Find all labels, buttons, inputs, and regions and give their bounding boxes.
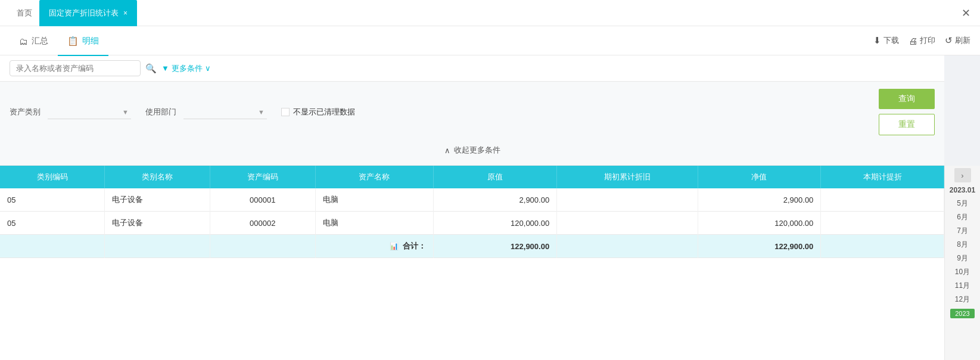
asset-category-field: 资产类别 ▼ [10, 105, 131, 119]
col-header-initial-depreciation: 期初累计折旧 [557, 166, 698, 188]
cell-category-code: 05 [0, 212, 105, 235]
total-row: 📊 合计： 122,900.00 122,900.00 [0, 235, 944, 258]
department-field: 使用部门 ▼ [145, 105, 267, 119]
department-label: 使用部门 [145, 107, 179, 117]
col-header-asset-name: 资产名称 [315, 166, 434, 188]
total-original-value: 122,900.00 [434, 235, 557, 258]
asset-category-select-wrapper: ▼ [48, 105, 131, 119]
detail-icon: 📋 [67, 36, 79, 46]
cell-net-value: 120,000.00 [698, 212, 821, 235]
print-icon: 🖨 [909, 36, 917, 46]
cell-asset-code: 000002 [210, 212, 315, 235]
data-table: 类别编码 类别名称 资产编码 资产名称 原值 期初累计折旧 净值 本期计提折 0… [0, 166, 944, 258]
more-filter-label: 更多条件 [172, 63, 203, 74]
main-container: 🗂 汇总 📋 明细 ⬇ 下载 🖨 打印 ↺ 刷新 🔍 [0, 26, 980, 360]
tab-summary-label: 汇总 [32, 36, 48, 46]
collapse-icon: ∧ [444, 146, 450, 155]
asset-category-select[interactable] [48, 105, 131, 119]
filter-area: 资产类别 ▼ 使用部门 ▼ [0, 82, 944, 166]
collapse-row: ∧ 收起更多条件 [10, 142, 935, 158]
right-panel-month-9[interactable]: 9月 [945, 252, 980, 265]
department-select-wrapper: ▼ [183, 105, 267, 119]
download-icon: ⬇ [873, 35, 881, 46]
col-header-current-depreciation: 本期计提折 [821, 166, 944, 188]
search-input[interactable] [10, 60, 141, 76]
active-tab-label: 固定资产折旧统计表 [49, 8, 119, 18]
table-row: 05 电子设备 000001 电脑 2,900.00 2,900.00 [0, 188, 944, 212]
col-header-category-name: 类别名称 [105, 166, 210, 188]
table-row: 05 电子设备 000002 电脑 120,000.00 120,000.00 [0, 212, 944, 235]
right-panel: › 2023.01 5月 6月 7月 8月 9月 10月 11月 12月 202… [944, 166, 980, 360]
table-wrapper: 类别编码 类别名称 资产编码 资产名称 原值 期初累计折旧 净值 本期计提折 0… [0, 166, 944, 360]
collapse-label: 收起更多条件 [454, 145, 500, 156]
collapse-button[interactable]: ∧ 收起更多条件 [444, 142, 500, 158]
sub-tabs: 🗂 汇总 📋 明细 [0, 26, 864, 55]
search-bar: 🔍 ▼ 更多条件 ∨ [0, 55, 944, 82]
right-panel-year-badge: 2023 [950, 309, 974, 318]
total-icon: 📊 [390, 242, 399, 250]
no-cleared-label: 不显示已清理数据 [293, 107, 355, 117]
table-and-panel: 类别编码 类别名称 资产编码 资产名称 原值 期初累计折旧 净值 本期计提折 0… [0, 166, 980, 360]
col-header-asset-code: 资产编码 [210, 166, 315, 188]
summary-icon: 🗂 [19, 36, 28, 46]
filter-icon: ▼ [161, 64, 169, 73]
filter-actions: 查询 重置 [879, 89, 935, 135]
refresh-label: 刷新 [955, 35, 970, 46]
download-button[interactable]: ⬇ 下载 [873, 35, 899, 46]
window-close-button[interactable]: ✕ [962, 7, 970, 20]
right-panel-month-6[interactable]: 6月 [945, 210, 980, 224]
right-panel-month-7[interactable]: 7月 [945, 224, 980, 238]
tab-detail[interactable]: 📋 明细 [58, 27, 108, 56]
cell-category-name: 电子设备 [105, 188, 210, 212]
filter-row-1: 资产类别 ▼ 使用部门 ▼ [10, 89, 935, 135]
print-button[interactable]: 🖨 打印 [909, 35, 935, 46]
cell-current-depreciation [821, 188, 944, 212]
sub-tab-toolbar-row: 🗂 汇总 📋 明细 ⬇ 下载 🖨 打印 ↺ 刷新 [0, 26, 980, 55]
cell-original-value: 2,900.00 [434, 188, 557, 212]
query-button[interactable]: 查询 [879, 89, 935, 109]
total-label: 合计： [403, 241, 426, 250]
col-header-net-value: 净值 [698, 166, 821, 188]
right-panel-month-12[interactable]: 12月 [945, 293, 980, 306]
download-label: 下载 [883, 35, 899, 46]
reset-button[interactable]: 重置 [879, 114, 935, 135]
total-current-depreciation [821, 235, 944, 258]
cell-category-code: 05 [0, 188, 105, 212]
refresh-button[interactable]: ↺ 刷新 [945, 35, 970, 46]
asset-category-label: 资产类别 [10, 107, 43, 117]
home-tab[interactable]: 首页 [10, 8, 39, 18]
cell-original-value: 120,000.00 [434, 212, 557, 235]
col-header-original-value: 原值 [434, 166, 557, 188]
cell-initial-depreciation [557, 212, 698, 235]
cell-asset-name: 电脑 [315, 212, 434, 235]
total-initial-depreciation [557, 235, 698, 258]
cell-net-value: 2,900.00 [698, 188, 821, 212]
cell-asset-code: 000001 [210, 188, 315, 212]
right-panel-month-5[interactable]: 5月 [945, 197, 980, 210]
chevron-down-icon: ∨ [205, 64, 211, 73]
cell-current-depreciation [821, 212, 944, 235]
right-panel-month-8[interactable]: 8月 [945, 238, 980, 252]
tab-detail-label: 明细 [82, 36, 99, 46]
more-filter-button[interactable]: ▼ 更多条件 ∨ [161, 63, 211, 74]
table-header-row: 类别编码 类别名称 资产编码 资产名称 原值 期初累计折旧 净值 本期计提折 [0, 166, 944, 188]
refresh-icon: ↺ [945, 35, 953, 46]
col-header-category-code: 类别编码 [0, 166, 105, 188]
cell-initial-depreciation [557, 188, 698, 212]
top-nav: 首页 固定资产折旧统计表 × ✕ [0, 0, 980, 26]
search-icon[interactable]: 🔍 [145, 63, 157, 74]
no-cleared-checkbox-field[interactable]: 不显示已清理数据 [281, 107, 355, 117]
tab-close-button[interactable]: × [123, 9, 127, 17]
department-select[interactable] [183, 105, 267, 119]
right-panel-month-11[interactable]: 11月 [945, 279, 980, 293]
right-panel-month-10[interactable]: 10月 [945, 265, 980, 279]
total-net-value: 122,900.00 [698, 235, 821, 258]
tab-summary[interactable]: 🗂 汇总 [10, 27, 58, 56]
right-panel-arrow-button[interactable]: › [954, 168, 971, 182]
active-tab[interactable]: 固定资产折旧统计表 × [39, 0, 137, 26]
no-cleared-checkbox[interactable] [281, 108, 290, 116]
print-label: 打印 [920, 35, 935, 46]
toolbar: ⬇ 下载 🖨 打印 ↺ 刷新 [864, 26, 980, 55]
cell-category-name: 电子设备 [105, 212, 210, 235]
cell-asset-name: 电脑 [315, 188, 434, 212]
